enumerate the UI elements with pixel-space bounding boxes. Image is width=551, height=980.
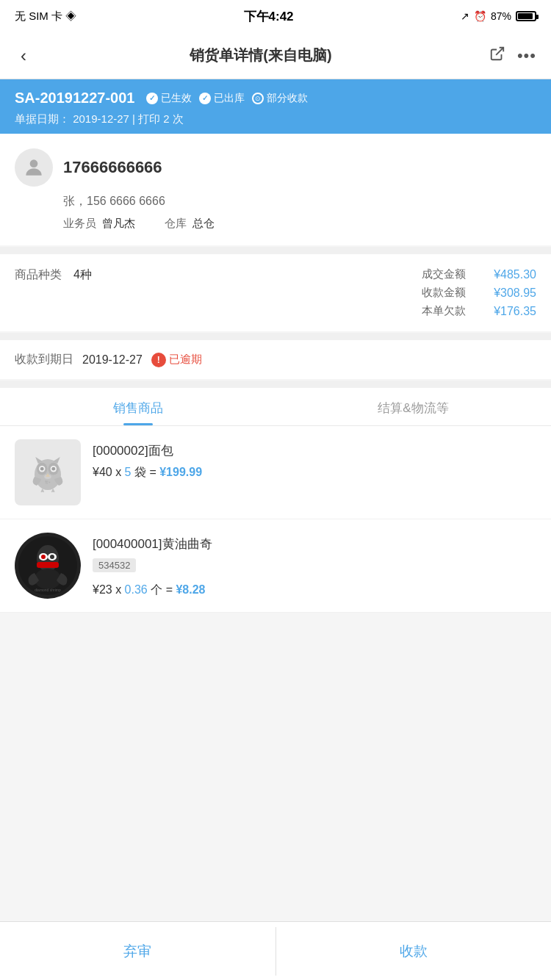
- customer-phone-id: 17666666666: [63, 158, 162, 177]
- product-code-1: [0000002]: [93, 444, 148, 458]
- list-item: diamond shrimp [000400001]黄油曲奇 534532 ¥2…: [0, 519, 551, 613]
- warehouse: 仓库 总仓: [165, 217, 215, 231]
- nav-bar: ‹ 销货单详情(来自电脑) •••: [0, 32, 551, 79]
- total-1: ¥199.99: [159, 466, 202, 478]
- badge-delivered: ✓ 已出库: [199, 92, 245, 105]
- avatar: [15, 148, 53, 187]
- badge-active-label: 已生效: [161, 92, 192, 105]
- warehouse-value: 总仓: [192, 217, 215, 231]
- unit-1: 袋: [134, 466, 146, 478]
- overdue-badge: ! 已逾期: [151, 353, 202, 367]
- product-info-1: [0000002]面包 ¥40 x 5 袋 = ¥199.99: [93, 439, 536, 480]
- product-tag-2: 534532: [93, 558, 136, 572]
- check-icon-delivered: ✓: [199, 93, 211, 104]
- svg-point-17: [50, 555, 54, 559]
- reject-button[interactable]: 弃审: [0, 927, 276, 976]
- tabs-bar: 销售商品 结算&物流等: [0, 388, 551, 426]
- price-unit-1: ¥40: [93, 466, 112, 478]
- sales-value: 曾凡杰: [102, 217, 135, 231]
- svg-point-1: [30, 159, 38, 167]
- battery-icon: [516, 11, 536, 21]
- order-date: 2019-12-27: [73, 112, 129, 125]
- unit-2: 个: [151, 583, 162, 596]
- svg-point-16: [41, 555, 46, 559]
- overdue-text: 已逾期: [169, 353, 202, 367]
- customer-id-row: 17666666666: [15, 148, 536, 187]
- tab-sales-products[interactable]: 销售商品: [0, 388, 276, 425]
- receipt-label: 收款金额: [422, 286, 466, 300]
- product-info-2: [000400001]黄油曲奇 534532 ¥23 x 0.36 个 = ¥8…: [93, 533, 536, 598]
- type-label: 商品种类: [15, 267, 62, 283]
- nav-actions: •••: [489, 46, 536, 65]
- product-type-stats: 商品种类 4种: [15, 267, 92, 283]
- back-button[interactable]: ‹: [15, 40, 32, 72]
- bottom-spacer: [0, 613, 551, 679]
- tab-settlement-label: 结算&物流等: [378, 401, 448, 415]
- divider-3: [0, 381, 551, 388]
- badge-delivered-label: 已出库: [214, 92, 245, 105]
- stats-section: 商品种类 4种 成交金额 ¥485.30 收款金额 ¥308.95 本单欠款 ¥…: [0, 254, 551, 331]
- multiply-sign-1: x: [115, 466, 124, 478]
- debt-amount-row: 本单欠款 ¥176.35: [422, 304, 536, 318]
- svg-text:暂+: 暂+: [45, 480, 51, 484]
- status-left: 无 SIM 卡 ◈: [15, 10, 76, 24]
- product-thumbnail-1: 暂+: [15, 439, 81, 505]
- product-price-1: ¥40 x 5 袋 = ¥199.99: [93, 465, 536, 480]
- debt-label: 本单欠款: [422, 304, 466, 318]
- deal-amount-row: 成交金额 ¥485.30: [422, 267, 536, 281]
- type-count: 4种: [73, 267, 92, 283]
- battery-level: 87%: [491, 10, 511, 22]
- divider-2: [0, 333, 551, 340]
- more-icon[interactable]: •••: [517, 46, 536, 65]
- product-list: 暂+ [0000002]面包 ¥40 x 5 袋 = ¥199.99: [0, 426, 551, 613]
- svg-text:diamond shrimp: diamond shrimp: [35, 588, 61, 592]
- total-2: ¥8.28: [176, 583, 205, 596]
- header-banner: SA-20191227-001 ✓ 已生效 ✓ 已出库 ⊙ 部分收款 单据日期：…: [0, 79, 551, 134]
- print-count: | 打印 2 次: [132, 112, 184, 125]
- date-label: 单据日期：: [15, 112, 70, 125]
- equals-sign-2: =: [166, 583, 176, 596]
- bottom-bar: 弃审 收款: [0, 921, 551, 980]
- overdue-icon: !: [151, 353, 166, 367]
- svg-point-7: [40, 467, 44, 471]
- order-id: SA-20191227-001: [15, 90, 134, 107]
- qty-1: 5: [125, 466, 132, 478]
- list-item: 暂+ [0000002]面包 ¥40 x 5 袋 = ¥199.99: [0, 426, 551, 519]
- deal-value: ¥485.30: [478, 268, 536, 281]
- page-title: 销货单详情(来自电脑): [190, 46, 331, 65]
- divider-1: [0, 247, 551, 254]
- status-bar: 无 SIM 卡 ◈ 下午4:42 ↗ ⏰ 87%: [0, 0, 551, 32]
- sales-label: 业务员: [63, 217, 96, 231]
- product-name-1: [0000002]面包: [93, 442, 536, 459]
- equals-sign-1: =: [149, 466, 159, 478]
- qty-2: 0.36: [125, 583, 148, 596]
- deal-label: 成交金额: [422, 267, 466, 281]
- due-label: 收款到期日: [15, 352, 73, 367]
- due-date-section: 收款到期日 2019-12-27 ! 已逾期: [0, 340, 551, 379]
- receipt-amount-row: 收款金额 ¥308.95: [422, 286, 536, 300]
- due-date-value: 2019-12-27: [82, 353, 143, 367]
- multiply-sign-2: x: [115, 583, 124, 596]
- badge-active: ✓ 已生效: [146, 92, 192, 105]
- customer-name-phone: 张，156 6666 6666: [15, 194, 536, 209]
- tab-active-indicator: [123, 423, 153, 425]
- price-unit-2: ¥23: [93, 583, 112, 596]
- badge-partial-label: 部分收款: [267, 92, 308, 105]
- customer-section: 17666666666 张，156 6666 6666 业务员 曾凡杰 仓库 总…: [0, 134, 551, 245]
- svg-point-19: [35, 569, 61, 589]
- product-thumbnail-2: diamond shrimp: [15, 533, 81, 599]
- alarm-icon: ⏰: [474, 10, 486, 22]
- product-title-2: 黄油曲奇: [162, 537, 212, 551]
- status-time: 下午4:42: [244, 8, 294, 25]
- svg-point-8: [51, 467, 55, 471]
- status-badges: ✓ 已生效 ✓ 已出库 ⊙ 部分收款: [146, 92, 308, 105]
- location-icon: ↗: [461, 10, 469, 22]
- collect-button[interactable]: 收款: [276, 927, 552, 976]
- tab-settlement[interactable]: 结算&物流等: [276, 388, 551, 425]
- clock-icon: ⊙: [252, 93, 264, 104]
- status-right: ↗ ⏰ 87%: [461, 10, 536, 22]
- svg-rect-18: [37, 562, 59, 568]
- share-icon[interactable]: [489, 46, 505, 65]
- banner-date-row: 单据日期： 2019-12-27 | 打印 2 次: [15, 112, 536, 126]
- svg-line-0: [496, 48, 503, 55]
